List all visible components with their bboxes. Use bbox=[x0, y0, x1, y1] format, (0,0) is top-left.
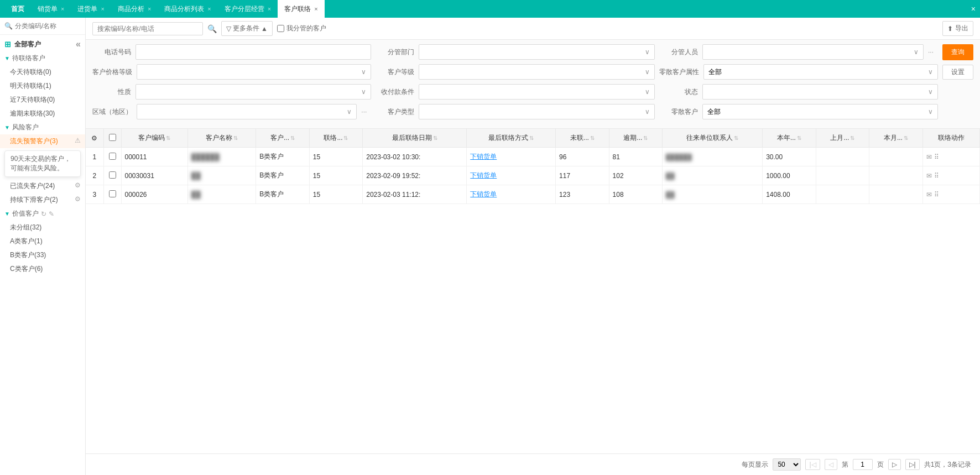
sidebar-item-ungrouped[interactable]: 未分组(32) bbox=[0, 221, 85, 234]
filter-payment-select[interactable]: ∨ bbox=[419, 84, 654, 100]
row-action-2[interactable]: ✉ ⠿ bbox=[922, 166, 979, 185]
my-customers-checkbox[interactable]: 我分管的客户 bbox=[277, 24, 326, 33]
close-customer-tier-tab[interactable]: × bbox=[268, 6, 271, 12]
sidebar-item-declining[interactable]: 持续下滑客户(2) ⚙ bbox=[0, 193, 85, 207]
valued-add-icon[interactable]: ✎ bbox=[49, 210, 54, 218]
page-size-select[interactable]: 50 100 200 bbox=[773, 458, 801, 471]
not-contacted-sort-icon[interactable]: ⇅ bbox=[590, 135, 595, 141]
manager-more-btn[interactable]: ··· bbox=[924, 48, 938, 56]
unit-contact-sort-icon[interactable]: ⇅ bbox=[734, 135, 738, 141]
sidebar-item-class-b[interactable]: B类客户(33) bbox=[0, 248, 85, 262]
settings-button[interactable]: 设置 bbox=[942, 65, 973, 80]
sidebar-item-churned[interactable]: 已流失客户(24) ⚙ bbox=[0, 179, 85, 193]
tab-customer-tier[interactable]: 客户分层经营 × bbox=[218, 0, 278, 18]
row-last-method-1[interactable]: 下销货单 bbox=[467, 148, 556, 166]
close-analysis-list-tab[interactable]: × bbox=[207, 6, 211, 12]
filter-field-price-level: 客户价格等级 ∨ bbox=[92, 64, 371, 80]
row-last-method-3[interactable]: 下销货单 bbox=[467, 185, 556, 204]
sidebar-item-class-c[interactable]: C类客户(6) bbox=[0, 262, 85, 276]
filter-customer-type-select[interactable]: ∨ bbox=[419, 104, 654, 119]
this-year-sort-icon[interactable]: ⇅ bbox=[797, 135, 801, 141]
tab-analysis[interactable]: 商品分析 × bbox=[111, 0, 158, 18]
filter-region-select[interactable]: ∨ bbox=[137, 104, 357, 119]
close-purchase-tab[interactable]: × bbox=[101, 6, 104, 12]
filter-manager-select[interactable]: ∨ bbox=[702, 44, 924, 60]
row-action-3[interactable]: ✉ ⠿ bbox=[922, 185, 979, 204]
current-page-input[interactable] bbox=[853, 459, 873, 470]
valued-section-title[interactable]: ▼ 价值客户 ↻ ✎ bbox=[0, 207, 85, 221]
action-message-icon-1[interactable]: ✉ bbox=[926, 153, 932, 161]
last-month-sort-icon[interactable]: ⇅ bbox=[850, 135, 854, 141]
sidebar-item-overdue[interactable]: 逾期未联络(30) bbox=[0, 107, 85, 121]
row-action-1[interactable]: ✉ ⠿ bbox=[922, 148, 979, 166]
type-sort-icon[interactable]: ⇅ bbox=[290, 135, 295, 141]
filter-field-nature: 性质 ∨ bbox=[92, 84, 371, 100]
filter-row-4: 区域（地区） ∨ ··· 客户类型 ∨ bbox=[92, 104, 938, 119]
filter-field-payment: 收付款条件 ∨ bbox=[376, 84, 654, 100]
filter-dept-select[interactable]: ∨ bbox=[419, 44, 654, 60]
row-this-year-3: 1408.00 bbox=[763, 185, 816, 204]
close-sales-tab[interactable]: × bbox=[61, 6, 64, 12]
tab-home[interactable]: 首页 bbox=[4, 0, 31, 18]
filter-retail-select[interactable]: 全部 ∨ bbox=[702, 104, 938, 119]
filter-manager-label: 分管人员 bbox=[659, 48, 698, 57]
action-more-icon-2[interactable]: ⠿ bbox=[934, 172, 939, 180]
next-page-btn[interactable]: ▷ bbox=[888, 459, 901, 470]
first-page-btn[interactable]: |◁ bbox=[805, 459, 820, 470]
name-sort-icon[interactable]: ⇅ bbox=[233, 135, 238, 141]
window-close-button[interactable]: × bbox=[971, 4, 976, 13]
row-checkbox-3[interactable] bbox=[103, 185, 121, 204]
action-more-icon-1[interactable]: ⠿ bbox=[934, 153, 939, 161]
action-message-icon-3[interactable]: ✉ bbox=[926, 191, 932, 199]
tab-sales[interactable]: 销货单 × bbox=[31, 0, 71, 18]
sidebar-item-7day-pending[interactable]: 近7天待联络(0) bbox=[0, 93, 85, 107]
filter-customer-level-select[interactable]: ∨ bbox=[419, 64, 654, 80]
filter-nature-select[interactable]: ∨ bbox=[135, 84, 371, 100]
last-date-sort-icon[interactable]: ⇅ bbox=[433, 135, 437, 141]
my-customers-check[interactable] bbox=[277, 25, 284, 32]
pending-section-title[interactable]: ▼ 待联络客户 bbox=[0, 51, 85, 65]
filter-bar: 🔍 ▽ 更多条件 ▲ 我分管的客户 ⬆ 导出 bbox=[86, 18, 980, 40]
select-all-checkbox[interactable] bbox=[109, 134, 116, 141]
last-method-sort-icon[interactable]: ⇅ bbox=[529, 135, 534, 141]
row-checkbox-2[interactable] bbox=[103, 166, 121, 185]
filter-retail-attr-select[interactable]: 全部 ∨ bbox=[703, 64, 938, 80]
row-checkbox-1[interactable] bbox=[103, 148, 121, 166]
close-analysis-tab[interactable]: × bbox=[148, 6, 151, 12]
tab-customer-contact[interactable]: 客户联络 × bbox=[278, 0, 324, 18]
sidebar-search-input[interactable] bbox=[15, 22, 86, 30]
risk-section-title[interactable]: ▼ 风险客户 bbox=[0, 121, 85, 134]
tab-analysis-list[interactable]: 商品分析列表 × bbox=[158, 0, 217, 18]
last-page-btn[interactable]: ▷| bbox=[905, 459, 920, 470]
action-message-icon-2[interactable]: ✉ bbox=[926, 172, 932, 180]
filter-search-input[interactable] bbox=[92, 22, 203, 35]
filter-status-select[interactable]: ∨ bbox=[702, 84, 938, 100]
tab-purchase[interactable]: 进货单 × bbox=[71, 0, 111, 18]
filter-price-level-select[interactable]: ∨ bbox=[137, 64, 371, 80]
table-header-checkbox[interactable] bbox=[103, 129, 121, 148]
grid-icon: ⊞ bbox=[4, 40, 11, 49]
filter-search-button[interactable]: 🔍 bbox=[207, 24, 217, 33]
more-conditions-button[interactable]: ▽ 更多条件 ▲ bbox=[221, 21, 273, 36]
overdue-sort-icon[interactable]: ⇅ bbox=[643, 135, 648, 141]
table-header-this-month: 本月...⇅ bbox=[869, 129, 923, 148]
sidebar-collapse-btn[interactable]: « bbox=[76, 39, 81, 49]
valued-edit-icon[interactable]: ↻ bbox=[41, 210, 46, 218]
action-more-icon-3[interactable]: ⠿ bbox=[934, 191, 939, 199]
contact-sort-icon[interactable]: ⇅ bbox=[343, 135, 348, 141]
sidebar-item-tomorrow-pending[interactable]: 明天待联络(1) bbox=[0, 79, 85, 93]
sidebar-item-class-a[interactable]: A类客户(1) bbox=[0, 234, 85, 248]
prev-page-btn[interactable]: ◁ bbox=[825, 459, 837, 470]
filter-phone-input[interactable] bbox=[135, 44, 371, 60]
search-button[interactable]: 查询 bbox=[942, 44, 973, 60]
sidebar-item-today-pending[interactable]: 今天待联络(0) bbox=[0, 65, 85, 79]
close-customer-contact-tab[interactable]: × bbox=[314, 6, 317, 12]
sidebar-item-churn-warning[interactable]: 流失预警客户(3) ⚠ bbox=[0, 134, 85, 148]
table-settings-icon[interactable]: ⚙ bbox=[86, 129, 103, 148]
code-sort-icon[interactable]: ⇅ bbox=[166, 135, 170, 141]
row-last-method-2[interactable]: 下销货单 bbox=[467, 166, 556, 185]
row-overdue-3: 108 bbox=[609, 185, 663, 204]
this-month-sort-icon[interactable]: ⇅ bbox=[904, 135, 908, 141]
export-button[interactable]: ⬆ 导出 bbox=[942, 21, 973, 36]
region-more-btn[interactable]: ··· bbox=[357, 108, 371, 116]
